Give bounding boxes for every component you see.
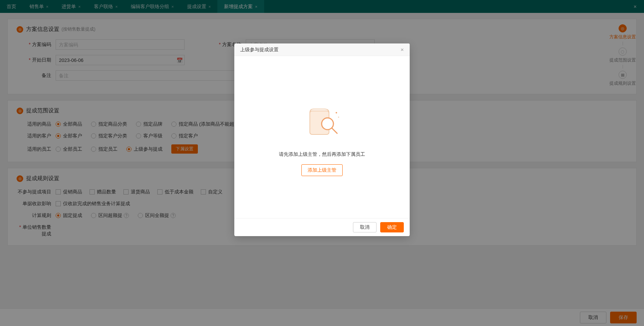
- svg-line-2: [332, 128, 337, 133]
- superior-commission-modal: 上级参与提成设置 × 请先添加上级主管，然后再添加下属员工 添加上级主管 取消 …: [234, 43, 410, 236]
- empty-state-text: 请先添加上级主管，然后再添加下属员工: [279, 151, 365, 158]
- modal-body: 请先添加上级主管，然后再添加下属员工 添加上级主管: [234, 56, 410, 218]
- modal-cancel-button[interactable]: 取消: [353, 222, 377, 232]
- modal-footer: 取消 确定: [234, 218, 410, 236]
- modal-header: 上级参与提成设置 ×: [234, 43, 410, 56]
- add-superior-button[interactable]: 添加上级主管: [301, 164, 343, 176]
- svg-point-4: [338, 117, 339, 118]
- close-icon[interactable]: ×: [400, 47, 404, 52]
- empty-state-icon: [302, 102, 342, 142]
- svg-point-3: [336, 112, 337, 113]
- modal-title: 上级参与提成设置: [240, 46, 279, 53]
- modal-ok-button[interactable]: 确定: [380, 222, 404, 232]
